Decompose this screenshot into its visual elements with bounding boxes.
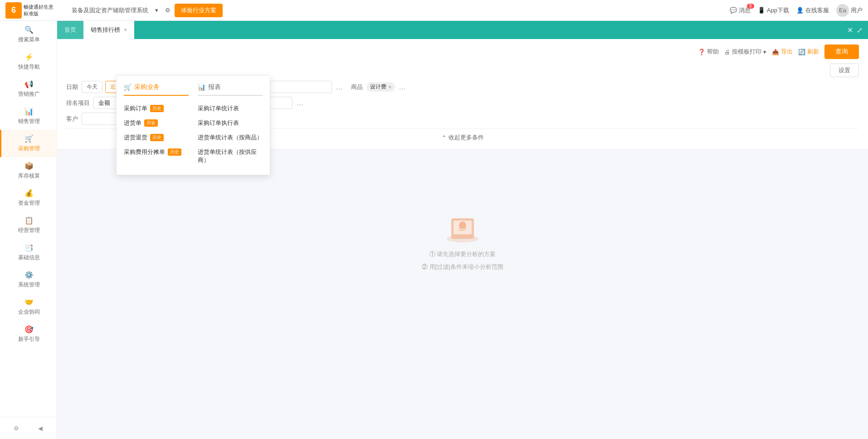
collapse-button[interactable]: ⌃ 收起更多条件 bbox=[438, 132, 488, 143]
goods-label: 商品 bbox=[351, 83, 363, 91]
industry-button[interactable]: 体验行业方案 bbox=[175, 4, 223, 17]
purchase-report-icon: 📊 bbox=[198, 84, 205, 91]
refresh-btn[interactable]: 🔄 刷新 bbox=[798, 48, 819, 56]
menu-item-stock-return[interactable]: 进货退货 历史 bbox=[124, 130, 189, 145]
tab-active-label: 销售排行榜 bbox=[91, 26, 120, 34]
empty-hint-1: ① 请先选择要分析的方案 bbox=[429, 250, 496, 258]
guide-icon: 🎯 bbox=[24, 325, 34, 334]
sidebar-item-inventory[interactable]: 📦 库存核算 bbox=[0, 157, 57, 184]
top-bar: 6 畅捷通好生意 标准版 装备及固定资产辅助管理系统 ▾ ⚙ 体验行业方案 💬 … bbox=[0, 0, 868, 21]
sidebar-item-search[interactable]: 🔍 搜索菜单 bbox=[0, 21, 57, 48]
user-avatar: Ea bbox=[836, 4, 849, 17]
tab-maximize-btn[interactable]: ⤢ bbox=[857, 26, 863, 35]
settings-button[interactable]: 设置 bbox=[830, 64, 859, 77]
menu-item-purchase-order[interactable]: 采购订单 历史 bbox=[124, 101, 189, 116]
purchase-dropdown-menu: 🛒 采购业务 采购订单 历史 进货单 历史 进货退货 bbox=[116, 75, 270, 175]
notification-badge: 9 bbox=[747, 4, 754, 9]
goods-dots[interactable]: … bbox=[399, 83, 407, 91]
notification-button[interactable]: 💬 消息 9 bbox=[730, 6, 751, 15]
tab-window-close-btn[interactable]: ✕ bbox=[847, 26, 853, 35]
empty-illustration bbox=[440, 209, 485, 246]
sidebar-item-guide[interactable]: 🎯 新手引导 bbox=[0, 321, 57, 348]
filter-toolbar: ❓ 帮助 🖨 按模板打印 ▾ 📤 导出 🔄 bbox=[66, 44, 859, 59]
top-bar-center: 装备及固定资产辅助管理系统 ▾ ⚙ 体验行业方案 bbox=[63, 4, 730, 17]
goods-tag-close[interactable]: × bbox=[388, 84, 391, 90]
system-settings-icon[interactable]: ⚙ bbox=[161, 4, 175, 17]
top-bar-right: 💬 消息 9 📱 App下载 👤 在线客服 Ea 用户 bbox=[730, 4, 863, 17]
purchase-business-icon: 🛒 bbox=[124, 84, 132, 91]
basic-icon: 📑 bbox=[24, 243, 34, 252]
svg-point-3 bbox=[459, 222, 466, 229]
system-dropdown-arrow[interactable]: ▾ bbox=[152, 6, 161, 15]
sidebar-settings-btn[interactable]: ⚙ bbox=[10, 422, 23, 434]
purchase-report-title: 📊 报表 bbox=[198, 83, 263, 96]
menu-item-stockin-stat-supplier[interactable]: 进货单统计表（按供应商） bbox=[198, 145, 263, 168]
stock-return-badge: 历史 bbox=[150, 134, 164, 141]
sidebar-item-label: 系统管理 bbox=[18, 281, 40, 289]
print-btn[interactable]: 🖨 按模板打印 ▾ bbox=[724, 48, 766, 56]
sidebar-item-label: 销售管理 bbox=[18, 118, 40, 125]
system-name: 装备及固定资产辅助管理系统 bbox=[72, 6, 148, 15]
query-button[interactable]: 查询 bbox=[824, 44, 859, 59]
sidebar-collapse-btn[interactable]: ◀ bbox=[34, 422, 47, 434]
voucher-status-select[interactable] bbox=[259, 81, 332, 93]
menu-item-order-stat[interactable]: 采购订单统计表 bbox=[198, 101, 263, 116]
purchase-order-badge: 历史 bbox=[150, 105, 164, 112]
sidebar-item-purchase[interactable]: 🛒 采购管理 bbox=[0, 130, 57, 157]
sidebar-item-label: 新手引导 bbox=[18, 335, 40, 343]
online-service-button[interactable]: 👤 在线客服 bbox=[796, 6, 829, 15]
sidebar-item-label: 基础信息 bbox=[18, 254, 40, 261]
tab-bar: 首页 销售排行榜 × ✕ ⤢ bbox=[57, 21, 868, 39]
sidebar-item-label: 营销推广 bbox=[18, 90, 40, 98]
sidebar-item-label: 资金管理 bbox=[18, 199, 40, 207]
operations-icon: 📋 bbox=[24, 216, 34, 225]
stock-in-badge: 历史 bbox=[144, 119, 158, 127]
menu-item-stockin-stat-goods[interactable]: 进货单统计表（按商品） bbox=[198, 130, 263, 145]
filter-goods: 商品 设计费 × … bbox=[351, 82, 407, 92]
tab-sales-ranking[interactable]: 销售排行榜 × bbox=[83, 21, 134, 39]
sidebar-item-finance[interactable]: 💰 资金管理 bbox=[0, 184, 57, 212]
tab-home-label: 首页 bbox=[64, 26, 76, 34]
time-btn-today[interactable]: 今天 bbox=[82, 81, 102, 93]
sales-icon: 📊 bbox=[24, 107, 34, 116]
content-area: 首页 销售排行榜 × ✕ ⤢ ❓ 帮助 bbox=[57, 21, 868, 439]
finance-icon: 💰 bbox=[24, 189, 34, 197]
user-menu-button[interactable]: Ea 用户 bbox=[836, 4, 863, 17]
sidebar: 🔍 搜索菜单 ⚡ 快捷导航 📢 营销推广 📊 销售管理 🛒 采购管理 📦 bbox=[0, 21, 57, 439]
app-download-button[interactable]: 📱 App下载 bbox=[758, 6, 789, 15]
purchase-business-title: 🛒 采购业务 bbox=[124, 83, 189, 96]
sidebar-item-label: 搜索菜单 bbox=[18, 36, 40, 44]
page-content: ❓ 帮助 🖨 按模板打印 ▾ 📤 导出 🔄 bbox=[57, 39, 868, 439]
purchase-report-section: 📊 报表 采购订单统计表 采购订单执行表 进货单统计表（按商品） bbox=[198, 83, 263, 168]
inventory-icon: 📦 bbox=[24, 162, 34, 170]
menu-item-purchase-expense[interactable]: 采购费用分摊单 历史 bbox=[124, 145, 189, 159]
sidebar-item-sales[interactable]: 📊 销售管理 bbox=[0, 103, 57, 130]
enterprise-icon: 🤝 bbox=[24, 298, 34, 306]
search-icon: 🔍 bbox=[24, 25, 34, 34]
sidebar-bottom: ⚙ ◀ bbox=[0, 417, 57, 439]
tab-home[interactable]: 首页 bbox=[57, 21, 83, 39]
marketing-icon: 📢 bbox=[24, 80, 34, 89]
salesman-dots[interactable]: … bbox=[296, 99, 304, 107]
sidebar-item-basic[interactable]: 📑 基础信息 bbox=[0, 239, 57, 266]
menu-item-order-exec[interactable]: 采购订单执行表 bbox=[198, 116, 263, 130]
main-area: 🔍 搜索菜单 ⚡ 快捷导航 📢 营销推广 📊 销售管理 🛒 采购管理 📦 bbox=[0, 21, 868, 439]
logo-text: 畅捷通好生意 标准版 bbox=[24, 4, 54, 17]
export-btn[interactable]: 📤 导出 bbox=[772, 48, 793, 56]
sidebar-item-label: 快捷导航 bbox=[18, 63, 40, 71]
tab-close-icon[interactable]: × bbox=[124, 27, 127, 33]
sidebar-item-label: 采购管理 bbox=[18, 145, 40, 153]
system-icon: ⚙️ bbox=[24, 271, 34, 279]
sidebar-item-system[interactable]: ⚙️ 系统管理 bbox=[0, 266, 57, 293]
purchase-icon: 🛒 bbox=[24, 134, 34, 143]
menu-item-stock-in[interactable]: 进货单 历史 bbox=[124, 116, 189, 130]
sidebar-item-enterprise[interactable]: 🤝 企业协同 bbox=[0, 293, 57, 321]
logo-area: 6 畅捷通好生意 标准版 bbox=[5, 2, 63, 19]
sidebar-item-quicknav[interactable]: ⚡ 快捷导航 bbox=[0, 48, 57, 75]
sidebar-item-label: 库存核算 bbox=[18, 172, 40, 180]
sidebar-item-marketing[interactable]: 📢 营销推广 bbox=[0, 75, 57, 103]
voucher-status-dots[interactable]: … bbox=[336, 83, 344, 91]
sidebar-item-operations[interactable]: 📋 经营管理 bbox=[0, 212, 57, 239]
help-btn[interactable]: ❓ 帮助 bbox=[698, 48, 719, 56]
quicknav-icon: ⚡ bbox=[24, 53, 34, 61]
